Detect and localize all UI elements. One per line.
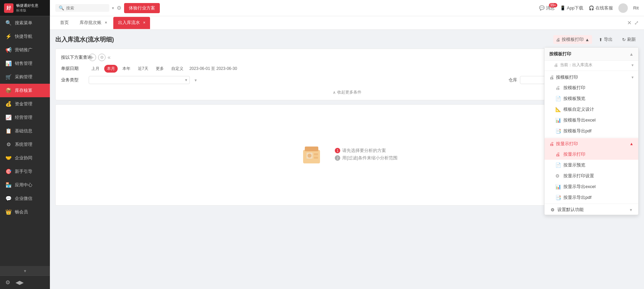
sidebar-item-search[interactable]: 🔍 搜索菜单 <box>0 16 50 30</box>
sidebar-item-member[interactable]: 👑 畅会员 <box>0 205 50 219</box>
dropdown-header: 按模板打印 ▲ <box>545 48 638 61</box>
dropdown-section-template[interactable]: 🖨 按模板打印 ▾ <box>545 72 638 82</box>
sidebar-item-marketing[interactable]: 📢 营销推广 <box>0 43 50 57</box>
user-avatar[interactable] <box>618 3 628 13</box>
date-tag-custom[interactable]: 自定义 <box>169 65 186 73</box>
tab-flow[interactable]: 出入库流水 × <box>113 17 150 29</box>
topbar-chevron-icon[interactable]: ▾ <box>112 6 114 10</box>
dropdown-item-template-pdf[interactable]: 📑 按模板导出pdf <box>545 126 638 136</box>
date-label: 单据日期 <box>61 65 85 72</box>
dropdown-header-chevron-icon[interactable]: ▲ <box>629 52 634 57</box>
topbar-search-input[interactable] <box>66 6 103 10</box>
divider-3 <box>545 204 638 204</box>
display-settings-icon: ⚙ <box>555 173 561 179</box>
dropdown-item-display-settings[interactable]: ⚙ 按显示打印设置 <box>545 170 638 181</box>
member-icon: 👑 <box>5 209 11 215</box>
filter-collapse-btn[interactable]: « <box>108 54 111 60</box>
sidebar-item-quick-nav[interactable]: ⚡ 快捷导航 <box>0 30 50 43</box>
sidebar-item-sales[interactable]: 📊 销售管理 <box>0 57 50 70</box>
section-template-title: 🖨 按模板打印 <box>549 74 578 80</box>
sidebar-item-inventory[interactable]: 📦 库存核算 <box>0 84 50 97</box>
topbar-right: 💬 消息 99+ 📱 App下载 🎧 在线客服 Rit <box>539 3 639 13</box>
topbar-gear-icon[interactable]: ⚙ <box>117 5 121 11</box>
sidebar-item-app-center[interactable]: 🏪 应用中心 <box>0 178 50 192</box>
display-preview-icon: 📄 <box>555 162 561 168</box>
sidebar-scroll-down[interactable]: ▾ <box>0 266 50 275</box>
dropdown-item-display-excel[interactable]: 📊 按显示导出excel <box>545 181 638 192</box>
dropdown-section-display[interactable]: 🖨 按显示打印 ▲ <box>545 138 638 149</box>
print-btn[interactable]: 🖨 按模板打印 ▲ <box>553 35 592 44</box>
sidebar-item-label: 企业微信 <box>15 195 32 202</box>
bottom-collapse-icon[interactable]: ◀▶ <box>16 279 24 286</box>
system-icon: ⚙ <box>5 141 11 148</box>
date-tag-more[interactable]: 更多 <box>153 65 167 73</box>
display-excel-icon: 📊 <box>555 184 561 189</box>
dropdown-item-template-preview[interactable]: 📄 按模板预览 <box>545 93 638 104</box>
sidebar-item-wechat[interactable]: 💬 企业微信 <box>0 192 50 205</box>
guide-icon: 🎯 <box>5 168 11 175</box>
dropdown-footer-settings[interactable]: ⚙ 设置默认功能 ▾ <box>545 205 638 215</box>
print-label: 按模板打印 <box>562 36 584 43</box>
sidebar-item-basic[interactable]: 📋 基础信息 <box>0 124 50 138</box>
collapse-label: 收起更多条件 <box>337 89 361 95</box>
sidebar-logo: 好 畅捷通好生意 标准版 <box>0 0 50 16</box>
tab-batch-account[interactable]: 库存批次账 × <box>75 17 112 29</box>
date-tag-last-month[interactable]: 上月 <box>89 65 102 73</box>
app-download-icon: 📱 <box>560 5 565 10</box>
sidebar-item-label: 企业协同 <box>15 155 32 161</box>
sidebar-item-label: 资金管理 <box>15 101 32 107</box>
tab-flow-close[interactable]: × <box>143 20 145 25</box>
template-print-icon: 🖨 <box>555 85 561 90</box>
industry-btn[interactable]: 体验行业方案 <box>124 3 160 13</box>
date-tag-this-year[interactable]: 本年 <box>120 65 133 73</box>
footer-chevron-icon: ▾ <box>630 207 632 212</box>
message-btn[interactable]: 💬 消息 99+ <box>539 5 555 11</box>
dropdown-item-template-excel[interactable]: 📊 按模板导出excel <box>545 115 638 126</box>
online-service-btn[interactable]: 🎧 在线客服 <box>589 5 613 11</box>
sidebar-item-purchase[interactable]: 🛒 采购管理 <box>0 70 50 84</box>
date-tag-this-month[interactable]: 本月 <box>104 65 118 73</box>
tab-home-label: 首页 <box>60 20 69 25</box>
dropdown-item-template-print[interactable]: 🖨 按模板打印 <box>545 82 638 93</box>
sidebar-item-guide[interactable]: 🎯 新手引导 <box>0 165 50 178</box>
date-tag-7days[interactable]: 近7天 <box>135 65 151 73</box>
svg-point-3 <box>308 154 312 158</box>
template-excel-icon: 📊 <box>555 117 561 123</box>
tab-expand-btn[interactable]: ⤢ <box>634 20 639 26</box>
sidebar-item-finance[interactable]: 💰 资金管理 <box>0 97 50 111</box>
biz-type-select[interactable] <box>89 76 190 84</box>
wechat-icon: 💬 <box>5 195 11 202</box>
tab-close-btn[interactable]: ✕ <box>627 20 632 26</box>
box-icon: 📦 <box>5 87 11 94</box>
filter-date-controls: 上月 本月 本年 近7天 更多 自定义 2023-06-01 至 2023-06… <box>89 65 543 73</box>
bottom-settings-icon[interactable]: ⚙ <box>5 279 10 286</box>
sidebar-item-system[interactable]: ⚙ 系统管理 <box>0 138 50 151</box>
sidebar-item-operation[interactable]: 📈 经营管理 <box>0 111 50 124</box>
dropdown-title: 按模板打印 <box>549 51 571 57</box>
app-download-btn[interactable]: 📱 App下载 <box>560 5 583 11</box>
tip-num-2: 2 <box>335 155 340 161</box>
dropdown-item-display-print[interactable]: 🖨 按显示打印 <box>545 149 638 160</box>
dropdown-item-display-pdf[interactable]: 📑 按显示导出pdf <box>545 192 638 203</box>
filter-add-btn[interactable]: + <box>89 54 96 61</box>
dropdown-item-template-custom[interactable]: 📐 模板自定义设计 <box>545 104 638 115</box>
refresh-btn[interactable]: ↻ 刷新 <box>619 35 639 44</box>
sidebar-item-label: 搜索菜单 <box>15 20 32 26</box>
biz-chevron-icon: ▾ <box>195 78 197 83</box>
export-btn[interactable]: ⬆ 导出 <box>596 35 615 44</box>
tip-text-1: 请先选择要分析的方案 <box>342 148 386 154</box>
tab-home[interactable]: 首页 <box>55 17 74 29</box>
template-pdf-icon: 📑 <box>555 128 561 134</box>
filter-settings-btn[interactable]: ⚙ <box>98 54 106 61</box>
collapse-more-btn[interactable]: ∧ 收起更多条件 <box>333 89 361 95</box>
logo-sub: 标准版 <box>16 8 38 13</box>
tip-item-2: 2 用[过滤]条件来缩小分析范围 <box>335 155 397 161</box>
collapse-icon: ∧ <box>333 90 336 95</box>
display-print-icon: 🖨 <box>555 152 561 157</box>
dropdown-item-display-preview[interactable]: 📄 按显示预览 <box>545 160 638 170</box>
topbar-search-icon: 🔍 <box>59 5 64 10</box>
tab-batch-account-close[interactable]: × <box>105 20 107 25</box>
sidebar-item-label: 应用中心 <box>15 182 32 188</box>
sidebar-item-enterprise[interactable]: 🤝 企业协同 <box>0 151 50 165</box>
page-actions: 🖨 按模板打印 ▲ ⬆ 导出 ↻ 刷新 <box>553 35 639 44</box>
